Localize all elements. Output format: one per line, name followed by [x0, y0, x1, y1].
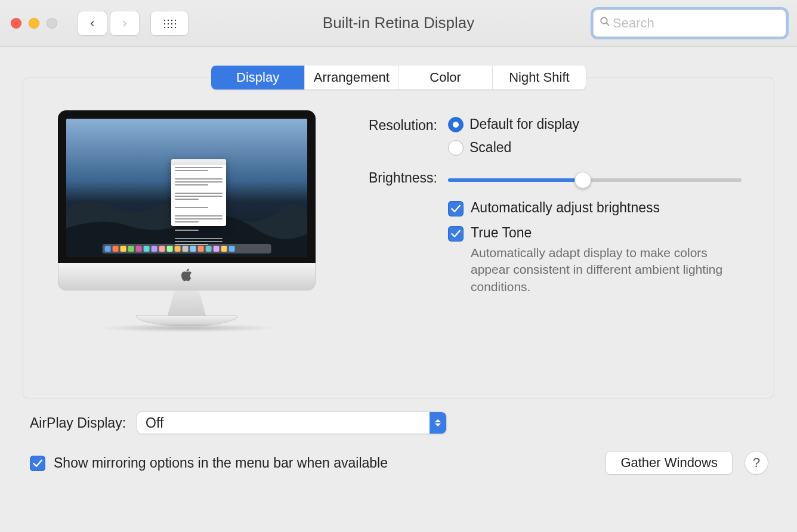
- slider-thumb-icon[interactable]: [574, 172, 591, 188]
- apple-logo-icon: [181, 268, 193, 285]
- zoom-window-button: [47, 18, 57, 29]
- chevron-left-icon: ‹: [90, 16, 94, 31]
- close-window-button[interactable]: [11, 18, 21, 29]
- auto-brightness-checkbox[interactable]: Automatically adjust brightness: [448, 200, 742, 216]
- help-button[interactable]: ?: [745, 451, 768, 475]
- display-preview: [55, 110, 318, 332]
- search-field[interactable]: [593, 10, 786, 37]
- preview-dock-icon: [103, 244, 271, 253]
- true-tone-description: Automatically adapt display to make colo…: [471, 245, 742, 295]
- airplay-value: Off: [146, 415, 163, 431]
- svg-line-1: [606, 23, 609, 26]
- mirroring-checkbox[interactable]: [30, 456, 45, 471]
- true-tone-checkbox[interactable]: True Tone Automatically adapt display to…: [448, 225, 742, 295]
- brightness-slider[interactable]: [448, 172, 742, 188]
- brightness-label: Brightness:: [354, 169, 448, 186]
- tab-color[interactable]: Color: [399, 66, 493, 89]
- auto-brightness-label: Automatically adjust brightness: [471, 200, 660, 216]
- show-all-button[interactable]: [150, 11, 189, 36]
- minimize-window-button[interactable]: [29, 18, 39, 29]
- mirroring-label: Show mirroring options in the menu bar w…: [54, 455, 388, 471]
- resolution-scaled-radio[interactable]: Scaled: [448, 140, 742, 156]
- resolution-label: Resolution:: [354, 116, 448, 134]
- resolution-default-label: Default for display: [469, 116, 579, 132]
- window-toolbar: ‹ › Built-in Retina Display: [0, 0, 797, 47]
- chevron-right-icon: ›: [122, 16, 126, 31]
- tab-display[interactable]: Display: [211, 66, 305, 89]
- forward-button[interactable]: ›: [110, 11, 140, 36]
- tab-arrangement[interactable]: Arrangement: [305, 66, 398, 89]
- window-controls: [11, 18, 57, 29]
- stepper-icon: [430, 412, 446, 434]
- checkbox-checked-icon: [448, 201, 464, 216]
- svg-point-0: [601, 17, 607, 24]
- search-input[interactable]: [613, 16, 780, 31]
- airplay-label: AirPlay Display:: [30, 415, 126, 431]
- resolution-default-radio[interactable]: Default for display: [448, 116, 742, 132]
- gather-windows-button[interactable]: Gather Windows: [606, 451, 733, 475]
- grid-icon: [163, 18, 176, 28]
- preview-window-icon: [171, 159, 226, 226]
- checkbox-checked-icon: [448, 226, 464, 242]
- airplay-select[interactable]: Off: [137, 412, 447, 434]
- settings-panel: Resolution: Default for display Scaled B…: [23, 78, 774, 398]
- tab-night-shift[interactable]: Night Shift: [493, 66, 586, 89]
- back-button[interactable]: ‹: [78, 11, 107, 36]
- nav-buttons: ‹ ›: [78, 11, 140, 36]
- resolution-scaled-label: Scaled: [469, 140, 511, 156]
- search-icon: [600, 16, 610, 30]
- true-tone-label: True Tone: [471, 225, 742, 241]
- tab-bar: Display Arrangement Color Night Shift: [211, 66, 586, 89]
